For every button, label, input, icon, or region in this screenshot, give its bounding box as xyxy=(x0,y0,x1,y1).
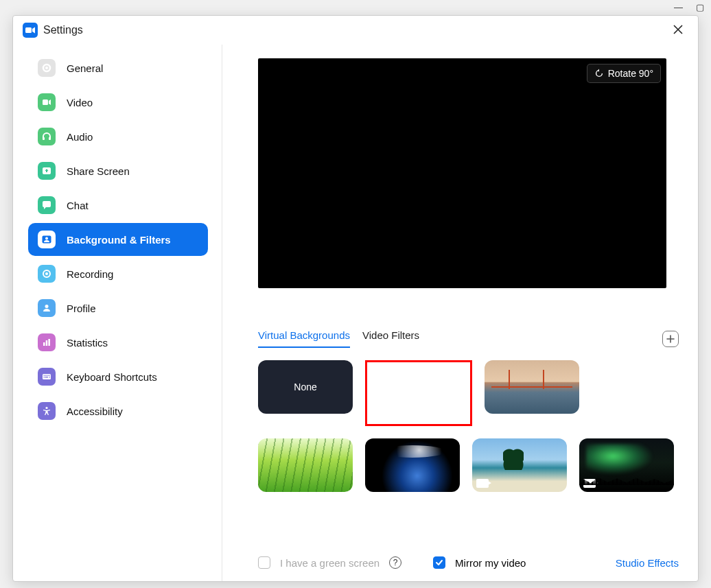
sidebar-item-background-filters[interactable]: Background & Filters xyxy=(28,223,208,256)
titlebar: Settings xyxy=(13,16,698,45)
svg-point-8 xyxy=(45,237,48,240)
headphones-icon xyxy=(38,128,56,145)
rotate-icon xyxy=(594,69,604,78)
sidebar-item-audio[interactable]: Audio xyxy=(28,120,208,153)
sidebar-item-label: Profile xyxy=(67,303,96,314)
mirror-video-checkbox[interactable] xyxy=(433,556,445,569)
background-earth-from-space[interactable] xyxy=(365,438,460,492)
backgrounds-grid: None Blur xyxy=(258,360,679,492)
tab-virtual-backgrounds[interactable]: Virtual Backgrounds xyxy=(258,329,350,348)
background-grass[interactable] xyxy=(258,438,353,492)
tabs-row: Virtual Backgrounds Video Filters xyxy=(258,329,679,348)
svg-rect-16 xyxy=(44,375,45,376)
sidebar-item-chat[interactable]: Chat xyxy=(28,189,208,222)
svg-point-10 xyxy=(45,272,48,275)
svg-rect-0 xyxy=(25,27,32,33)
svg-point-24 xyxy=(45,407,47,409)
os-maximize-icon[interactable]: ▢ xyxy=(696,2,704,12)
background-blur: Blur xyxy=(410,387,428,399)
svg-rect-17 xyxy=(45,375,46,376)
background-blur-label: Blur xyxy=(410,388,428,399)
sidebar-item-accessibility[interactable]: Accessibility xyxy=(28,395,208,427)
sidebar-item-profile[interactable]: Profile xyxy=(28,292,208,325)
sidebar-item-label: Share Screen xyxy=(67,165,130,177)
video-badge-icon xyxy=(583,479,596,488)
sidebar-item-label: Accessibility xyxy=(67,405,123,417)
settings-sidebar: General Video Audio Share Screen Chat Ba… xyxy=(13,45,222,581)
svg-point-11 xyxy=(45,305,49,308)
sidebar-item-statistics[interactable]: Statistics xyxy=(28,326,208,359)
person-card-icon xyxy=(38,231,56,248)
sidebar-item-keyboard-shortcuts[interactable]: Keyboard Shortcuts xyxy=(28,360,208,393)
background-none-label: None xyxy=(294,381,316,392)
zoom-app-icon xyxy=(23,23,38,38)
sidebar-item-share-screen[interactable]: Share Screen xyxy=(28,154,208,187)
check-icon xyxy=(435,558,443,567)
sidebar-item-label: General xyxy=(67,62,103,74)
svg-rect-5 xyxy=(49,137,51,140)
sidebar-item-label: Recording xyxy=(67,268,113,280)
svg-rect-14 xyxy=(48,339,50,346)
studio-effects-link[interactable]: Studio Effects xyxy=(616,557,679,569)
video-icon xyxy=(38,93,56,111)
svg-point-2 xyxy=(45,67,48,69)
sidebar-item-label: Chat xyxy=(67,200,89,211)
background-aurora-video[interactable] xyxy=(579,438,674,492)
video-preview: Rotate 90° xyxy=(258,58,666,288)
background-blur-highlight[interactable]: Blur xyxy=(365,360,472,426)
sidebar-item-video[interactable]: Video xyxy=(28,86,208,119)
stats-icon xyxy=(38,333,56,351)
sidebar-item-label: Video xyxy=(67,97,93,108)
mirror-video-label: Mirror my video xyxy=(455,557,526,569)
rotate-label: Rotate 90° xyxy=(608,68,653,79)
svg-rect-21 xyxy=(44,377,45,377)
svg-rect-4 xyxy=(43,137,45,140)
close-icon xyxy=(673,25,683,34)
svg-rect-12 xyxy=(43,342,45,346)
help-icon[interactable]: ? xyxy=(389,556,401,569)
add-background-button[interactable] xyxy=(662,331,679,347)
sidebar-item-label: Audio xyxy=(67,131,93,143)
os-window-controls: — ▢ xyxy=(674,0,704,14)
svg-rect-20 xyxy=(49,375,50,376)
svg-rect-23 xyxy=(49,377,50,377)
svg-rect-22 xyxy=(45,377,49,377)
tab-video-filters[interactable]: Video Filters xyxy=(362,329,419,348)
background-golden-gate-bridge[interactable] xyxy=(485,360,579,414)
green-screen-label: I have a green screen xyxy=(280,557,380,569)
svg-rect-13 xyxy=(46,340,48,346)
sidebar-item-recording[interactable]: Recording xyxy=(28,257,208,290)
plus-icon xyxy=(666,335,675,343)
main-panel: Rotate 90° Virtual Backgrounds Video Fil… xyxy=(222,45,698,581)
settings-dialog: Settings General Video Audio Share Scree… xyxy=(12,15,699,582)
svg-rect-19 xyxy=(48,375,49,376)
background-beach-video[interactable] xyxy=(472,438,567,492)
record-icon xyxy=(38,265,56,283)
dialog-title: Settings xyxy=(43,24,83,36)
green-screen-checkbox[interactable] xyxy=(258,556,270,569)
sidebar-item-label: Keyboard Shortcuts xyxy=(67,371,157,383)
accessibility-icon xyxy=(38,402,56,420)
gear-icon xyxy=(38,59,56,77)
sidebar-item-label: Background & Filters xyxy=(67,234,171,246)
os-minimize-icon[interactable]: — xyxy=(674,2,682,12)
rotate-button[interactable]: Rotate 90° xyxy=(587,64,661,83)
keyboard-icon xyxy=(38,368,56,386)
chat-icon xyxy=(38,196,56,214)
background-none[interactable]: None xyxy=(258,360,353,414)
footer-row: I have a green screen ? Mirror my video … xyxy=(258,548,679,569)
svg-rect-18 xyxy=(47,375,47,376)
video-badge-icon xyxy=(476,479,489,488)
sidebar-item-label: Statistics xyxy=(67,337,108,349)
close-button[interactable] xyxy=(668,21,688,40)
sidebar-item-general[interactable]: General xyxy=(28,51,208,84)
share-screen-icon xyxy=(38,162,56,180)
profile-icon xyxy=(38,299,56,317)
svg-rect-3 xyxy=(43,99,48,105)
